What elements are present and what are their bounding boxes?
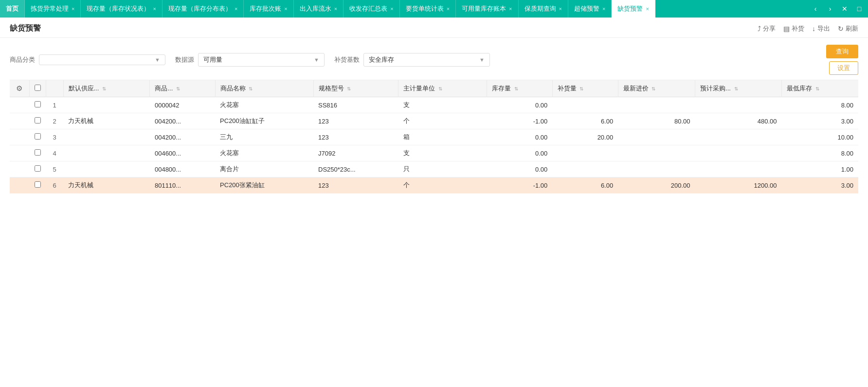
- td-row-checkbox[interactable]: [29, 129, 46, 145]
- tab-close-icon-5[interactable]: ×: [334, 6, 337, 12]
- spec-sort-icon: ⇅: [347, 86, 351, 91]
- nav-next-button[interactable]: ›: [823, 2, 837, 16]
- table-row: 10000042火花塞SS816支0.008.00: [10, 97, 858, 113]
- nav-tab-8[interactable]: 可用量库存账本×: [456, 0, 518, 18]
- th-est-purchase[interactable]: 预计采购... ⇅: [695, 80, 782, 97]
- min-stock-sort-icon: ⇅: [815, 86, 819, 91]
- td-est-purchase: [695, 145, 782, 161]
- tab-close-icon-8[interactable]: ×: [509, 6, 512, 12]
- share-button[interactable]: ⤴ 分享: [758, 24, 776, 33]
- replenish-button[interactable]: ▤ 补货: [783, 24, 804, 33]
- select-all-checkbox[interactable]: [35, 85, 41, 91]
- tab-close-icon-3[interactable]: ×: [235, 6, 237, 12]
- page-title: 缺货预警: [10, 23, 758, 34]
- td-goods-code: 004600...: [150, 145, 215, 161]
- nav-tab-0[interactable]: 首页: [0, 0, 25, 18]
- page-header: 缺货预警 ⤴ 分享 ▤ 补货 ↓ 导出 ↻ 刷新: [0, 18, 868, 38]
- th-latest-price[interactable]: 最新进价 ⇅: [618, 80, 695, 97]
- td-goods-code: 004200...: [150, 129, 215, 145]
- row-checkbox-2[interactable]: [35, 133, 41, 140]
- th-min-stock[interactable]: 最低库存 ⇅: [782, 80, 859, 97]
- replenish-base-select[interactable]: 安全库存 ▼: [363, 53, 490, 67]
- row-checkbox-1[interactable]: [35, 117, 41, 123]
- supplier-sort-icon: ⇅: [102, 86, 106, 91]
- nav-tab-9[interactable]: 保质期查询×: [519, 0, 568, 18]
- replenish-base-dropdown-icon: ▼: [479, 57, 485, 63]
- td-spec: 123: [313, 113, 398, 129]
- nav-tab-5[interactable]: 出入库流水×: [294, 0, 344, 18]
- td-row-checkbox[interactable]: [29, 161, 46, 177]
- td-goods-code: 0000042: [150, 97, 215, 113]
- tab-close-icon-2[interactable]: ×: [153, 6, 156, 12]
- nav-tab-7[interactable]: 要货单统计表×: [400, 0, 456, 18]
- datasource-label: 数据源: [175, 55, 194, 64]
- td-index: 6: [46, 177, 63, 194]
- category-select[interactable]: ▼: [39, 54, 165, 65]
- tab-close-icon-10[interactable]: ×: [602, 6, 605, 12]
- th-unit[interactable]: 主计量单位 ⇅: [398, 80, 487, 97]
- datasource-filter-group: 数据源 可用量 ▼: [175, 53, 325, 67]
- nav-maximize-button[interactable]: □: [852, 2, 866, 16]
- category-label: 商品分类: [10, 55, 35, 64]
- td-min-stock: 3.00: [782, 113, 859, 129]
- tab-close-icon-4[interactable]: ×: [284, 6, 287, 12]
- td-row-checkbox[interactable]: [29, 113, 46, 129]
- table-container: ⚙ 默认供应... ⇅ 商品... ⇅ 商品名称: [0, 80, 868, 194]
- td-row-checkbox[interactable]: [29, 145, 46, 161]
- export-button[interactable]: ↓ 导出: [812, 24, 830, 33]
- td-unit: 箱: [398, 129, 487, 145]
- tab-close-icon-1[interactable]: ×: [72, 6, 74, 12]
- tab-close-icon-6[interactable]: ×: [390, 6, 393, 12]
- td-supplier: [63, 129, 150, 145]
- th-gear[interactable]: ⚙: [10, 80, 29, 97]
- row-checkbox-5[interactable]: [35, 181, 41, 188]
- tab-close-icon-11[interactable]: ×: [646, 6, 649, 12]
- td-index: 3: [46, 129, 63, 145]
- td-est-purchase: 1200.00: [695, 177, 782, 194]
- td-goods-name: 火花塞: [215, 97, 313, 113]
- table-body: 10000042火花塞SS816支0.008.002力天机械004200...P…: [10, 97, 858, 194]
- refresh-button[interactable]: ↻ 刷新: [838, 24, 858, 33]
- td-index: 5: [46, 161, 63, 177]
- settings-button[interactable]: 设置: [829, 61, 858, 75]
- nav-tab-3[interactable]: 现存量（库存分布表）×: [163, 0, 244, 18]
- table-row: 4004600...火花塞J7092支0.008.00: [10, 145, 858, 161]
- row-checkbox-4[interactable]: [35, 165, 41, 172]
- td-stock: 0.00: [487, 145, 552, 161]
- nav-tab-1[interactable]: 拣货异常处理×: [25, 0, 81, 18]
- table-header-row: ⚙ 默认供应... ⇅ 商品... ⇅ 商品名称: [10, 80, 858, 97]
- row-checkbox-0[interactable]: [35, 101, 41, 107]
- replenish-base-label: 补货基数: [334, 55, 360, 64]
- nav-tab-10[interactable]: 超储预警×: [568, 0, 612, 18]
- tab-close-icon-7[interactable]: ×: [447, 6, 450, 12]
- nav-tab-4[interactable]: 库存批次账×: [244, 0, 293, 18]
- nav-tab-6[interactable]: 收发存汇总表×: [344, 0, 399, 18]
- td-goods-name: 火花塞: [215, 145, 313, 161]
- th-spec[interactable]: 规格型号 ⇅: [313, 80, 398, 97]
- td-row-checkbox[interactable]: [29, 177, 46, 194]
- query-button[interactable]: 查询: [826, 45, 858, 58]
- td-row-checkbox[interactable]: [29, 97, 46, 113]
- th-checkbox[interactable]: [29, 80, 46, 97]
- nav-close-button[interactable]: ✕: [838, 2, 851, 16]
- goods-code-sort-icon: ⇅: [176, 86, 180, 91]
- td-spec: DS250*23c...: [313, 161, 398, 177]
- td-spec: J7092: [313, 145, 398, 161]
- th-stock[interactable]: 库存量 ⇅: [487, 80, 552, 97]
- column-settings-icon[interactable]: ⚙: [16, 84, 22, 92]
- nav-tab-11[interactable]: 缺货预警×: [612, 0, 655, 18]
- datasource-select[interactable]: 可用量 ▼: [198, 53, 325, 67]
- th-replenish[interactable]: 补货量 ⇅: [552, 80, 618, 97]
- th-goods-code[interactable]: 商品... ⇅: [150, 80, 215, 97]
- nav-prev-button[interactable]: ‹: [809, 2, 822, 16]
- td-stock: -1.00: [487, 113, 552, 129]
- row-checkbox-3[interactable]: [35, 149, 41, 156]
- table-row: 6力天机械801110...PC200张紧油缸123个-1.006.00200.…: [10, 177, 858, 194]
- th-supplier[interactable]: 默认供应... ⇅: [63, 80, 150, 97]
- nav-tab-2[interactable]: 现存量（库存状况表）×: [81, 0, 162, 18]
- td-min-stock: 1.00: [782, 161, 859, 177]
- th-goods-name[interactable]: 商品名称 ⇅: [215, 80, 313, 97]
- tab-close-icon-9[interactable]: ×: [559, 6, 562, 12]
- unit-sort-icon: ⇅: [438, 86, 442, 91]
- td-replenish: [552, 97, 618, 113]
